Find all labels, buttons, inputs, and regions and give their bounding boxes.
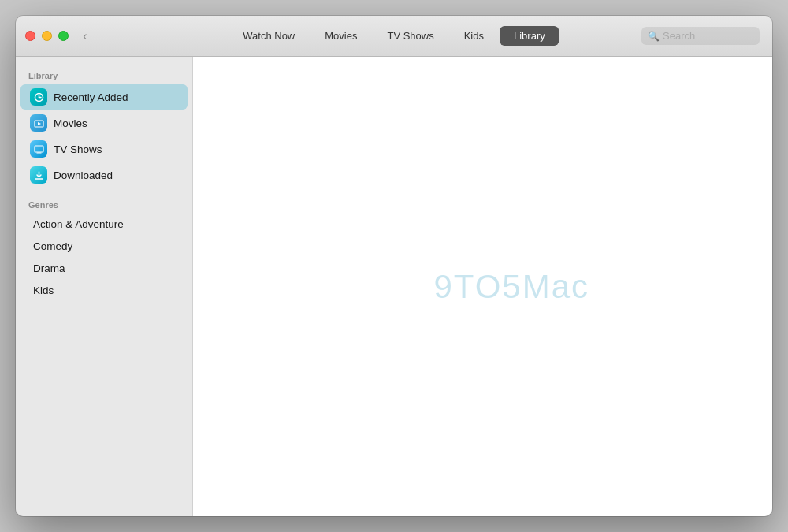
app-window: ‹ Watch Now Movies TV Shows Kids Library…: [16, 16, 772, 516]
movies-label: Movies: [54, 117, 87, 129]
nav-tabs: Watch Now Movies TV Shows Kids Library: [229, 26, 559, 46]
sidebar-item-movies[interactable]: Movies: [20, 110, 188, 136]
tab-kids[interactable]: Kids: [450, 26, 498, 46]
genre-drama-label: Drama: [33, 262, 65, 274]
sidebar-item-tv-shows[interactable]: TV Shows: [20, 136, 188, 162]
tab-library[interactable]: Library: [500, 26, 559, 46]
tab-movies[interactable]: Movies: [310, 26, 371, 46]
search-icon: 🔍: [648, 31, 660, 42]
genre-action-adventure-label: Action & Adventure: [33, 218, 124, 230]
genre-kids[interactable]: Kids: [20, 280, 188, 301]
watermark: 9TO5Mac: [433, 268, 589, 306]
genre-action-adventure[interactable]: Action & Adventure: [20, 214, 188, 235]
library-section-label: Library: [16, 66, 192, 84]
sidebar-item-downloaded[interactable]: Downloaded: [20, 162, 188, 188]
traffic-lights: [25, 31, 69, 41]
search-box[interactable]: 🔍: [641, 27, 760, 45]
close-button[interactable]: [25, 31, 35, 41]
tab-watch-now[interactable]: Watch Now: [229, 26, 309, 46]
recently-added-icon: [30, 88, 47, 106]
recently-added-label: Recently Added: [54, 91, 128, 103]
genres-section-label: Genres: [16, 195, 192, 213]
maximize-button[interactable]: [58, 31, 69, 41]
genres-section: Genres Action & Adventure Comedy Drama K…: [16, 195, 192, 301]
downloaded-label: Downloaded: [54, 169, 113, 181]
svg-rect-5: [35, 146, 43, 152]
titlebar: ‹ Watch Now Movies TV Shows Kids Library…: [16, 16, 772, 57]
search-input[interactable]: [663, 30, 753, 42]
tvshows-icon: [30, 140, 47, 158]
svg-marker-4: [38, 122, 41, 125]
downloaded-icon: [30, 166, 47, 184]
genre-comedy-label: Comedy: [33, 240, 72, 252]
tvshows-label: TV Shows: [54, 143, 102, 155]
back-button[interactable]: ‹: [75, 28, 95, 44]
main-content: Library Recently Added: [16, 57, 772, 516]
genre-drama[interactable]: Drama: [20, 258, 188, 279]
minimize-button[interactable]: [42, 31, 52, 41]
tab-tv-shows[interactable]: TV Shows: [373, 26, 448, 46]
sidebar: Library Recently Added: [16, 57, 193, 516]
genre-kids-label: Kids: [33, 285, 54, 296]
movies-icon: [30, 114, 47, 132]
sidebar-item-recently-added[interactable]: Recently Added: [20, 84, 188, 110]
genre-comedy[interactable]: Comedy: [20, 236, 188, 257]
content-area: 9TO5Mac: [193, 57, 772, 516]
